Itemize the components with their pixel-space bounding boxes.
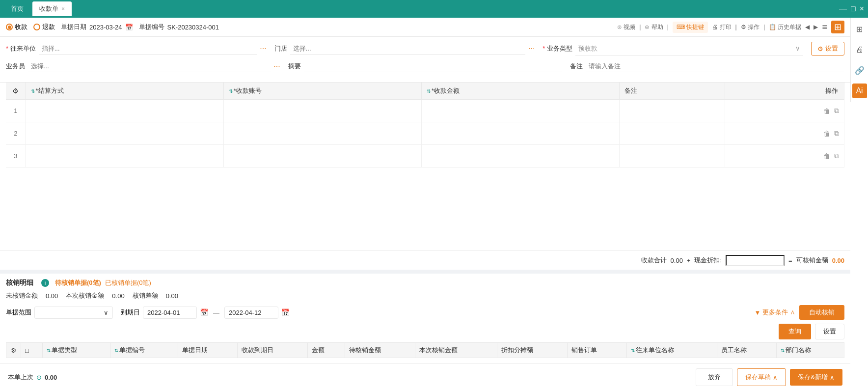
video-btn[interactable]: ⊙ 视频 <box>617 23 635 31</box>
bill-no-value[interactable]: SK-20230324-001 <box>167 24 219 31</box>
save-new-button[interactable]: 保存&新增 ∧ <box>790 369 842 386</box>
sum-label-1: 收款合计 <box>641 256 667 265</box>
rcol-discount: 折扣分摊额 <box>497 343 568 358</box>
radio-tuikuan-label: 退款 <box>42 23 55 31</box>
row-remark-1[interactable] <box>620 100 725 122</box>
sum-label-3: 可核销金额 <box>796 256 828 265</box>
delete-icon-2[interactable]: 🗑 <box>823 130 830 138</box>
bottom-right: 放弃 保存草稿 ∧ 保存&新增 ∧ <box>696 368 842 386</box>
tab-home[interactable]: 首页 <box>4 1 30 16</box>
bill-range-select[interactable]: ∨ <box>34 307 113 319</box>
reconcile-tabs: 待核销单据(0笔) 已核销单据(0笔) <box>55 279 151 287</box>
row-amount-3[interactable] <box>421 145 619 168</box>
bill-date-field: 单据日期 2023-03-24 📅 <box>61 23 133 31</box>
counterpart-input[interactable] <box>39 43 257 55</box>
chevron-down-icon: ∨ <box>795 45 800 52</box>
table-header-row: ⚙ ⇅*结算方式 ⇅*收款账号 ⇅*收款金额 备注 操作 <box>6 83 844 100</box>
rcol-check[interactable]: □ <box>21 343 43 358</box>
settings-button[interactable]: ⚙ 设置 <box>811 42 844 56</box>
side-camera-icon[interactable]: Ai <box>852 84 867 98</box>
query-btn[interactable]: 查询 <box>779 324 811 339</box>
tab-close-icon[interactable]: × <box>61 5 65 12</box>
row-settlement-3[interactable] <box>26 145 223 168</box>
auto-reconcile-btn[interactable]: 自动核销 <box>799 305 844 320</box>
side-table-icon[interactable]: ⊞ <box>852 22 867 36</box>
cash-discount-input[interactable] <box>726 255 785 266</box>
delete-icon-3[interactable]: 🗑 <box>823 152 830 160</box>
info-icon[interactable]: i <box>41 279 49 287</box>
reconcile-header: 核销明细 i 待核销单据(0笔) 已核销单据(0笔) <box>6 279 844 287</box>
store-more-btn[interactable]: ··· <box>528 44 535 53</box>
row-amount-1[interactable] <box>421 100 619 122</box>
staff-input[interactable] <box>28 60 271 72</box>
row-remark-3[interactable] <box>620 145 725 168</box>
tab-active-label: 收款单 <box>39 4 58 13</box>
window-minimize-btn[interactable]: — <box>839 4 847 13</box>
remarks-input[interactable] <box>586 60 844 72</box>
rcol-amount: 金额 <box>308 343 345 358</box>
bill-date-value[interactable]: 2023-03-24 <box>89 24 122 31</box>
counterpart-more-btn[interactable]: ··· <box>260 44 266 53</box>
form-row-2: 业务员 ··· 摘要 备注 <box>6 60 844 72</box>
last-bill-icon[interactable]: ⊙ <box>36 374 42 381</box>
row-amount-2[interactable] <box>421 122 619 145</box>
calendar-icon-to[interactable]: 📅 <box>281 308 290 316</box>
row-account-1[interactable] <box>223 100 421 122</box>
last-bill-amount: 0.00 <box>45 374 57 381</box>
radio-tuikuan[interactable]: 退款 <box>33 23 55 31</box>
bill-range-label: 单据范围 <box>6 308 31 317</box>
help-btn[interactable]: ⊙ 帮助 <box>645 23 663 31</box>
table-row: 3 🗑 ⧉ <box>6 145 844 168</box>
row-account-3[interactable] <box>223 145 421 168</box>
main-content: 收款 退款 单据日期 2023-03-24 📅 单据编号 SK-20230324… <box>0 18 868 391</box>
save-new-label: 保存&新增 <box>798 373 828 382</box>
row-account-2[interactable] <box>223 122 421 145</box>
reconcile-filter: 单据范围 ∨ 到期日 📅 — 📅 <box>6 305 844 320</box>
rcol-pending-amount: 待核销金额 <box>345 343 415 358</box>
window-close-btn[interactable]: × <box>860 4 864 13</box>
unreconciled-label: 未核销金额 <box>6 291 38 300</box>
side-print-icon[interactable]: 🖨 <box>852 42 867 57</box>
operation-btn[interactable]: ⚙ 操作 <box>741 23 760 31</box>
sum-val-1: 0.00 <box>671 257 683 264</box>
more-conditions-label: 更多条件 ∧ <box>762 308 795 317</box>
copy-icon-1[interactable]: ⧉ <box>834 107 839 115</box>
unreconciled-val: 0.00 <box>46 292 58 300</box>
counterpart-label: * 往来单位 <box>6 44 36 53</box>
sum-row: 收款合计 0.00 + 现金折扣: = 可核销金额 0.00 <box>0 251 850 270</box>
window-maximize-btn[interactable]: □ <box>851 4 856 13</box>
delete-icon-1[interactable]: 🗑 <box>823 107 830 115</box>
staff-more-btn[interactable]: ··· <box>273 62 280 71</box>
calendar-icon[interactable]: 📅 <box>125 24 133 31</box>
rcol-gear[interactable]: ⚙ <box>6 343 21 358</box>
row-settlement-1[interactable] <box>26 100 223 122</box>
more-conditions-btn[interactable]: ▼ 更多条件 ∧ <box>755 308 796 317</box>
sum-equals: = <box>788 257 792 264</box>
bill-no-label: 单据编号 <box>139 23 164 31</box>
save-draft-button[interactable]: 保存草稿 ∧ <box>737 368 786 386</box>
shortcut-btn[interactable]: ⌨ 快捷键 <box>673 22 708 33</box>
reconcile-settings-btn[interactable]: 设置 <box>815 324 844 339</box>
discard-button[interactable]: 放弃 <box>696 368 733 386</box>
row-settlement-2[interactable] <box>26 122 223 145</box>
history-btn[interactable]: 📋 历史单据 <box>769 23 801 31</box>
col-settings[interactable]: ⚙ <box>6 83 26 100</box>
side-attach-icon[interactable]: 🔗 <box>852 63 867 78</box>
row-remark-2[interactable] <box>620 122 725 145</box>
tab-pending[interactable]: 待核销单据(0笔) <box>55 279 101 287</box>
gear-icon: ⚙ <box>817 45 823 53</box>
radio-shoukuan[interactable]: 收款 <box>6 23 27 31</box>
copy-icon-2[interactable]: ⧉ <box>834 129 839 138</box>
store-input[interactable] <box>290 43 525 55</box>
summary-input[interactable] <box>304 60 563 72</box>
tab-done[interactable]: 已核销单据(0笔) <box>105 279 151 287</box>
due-date-from[interactable] <box>143 307 197 319</box>
radio-dot-inactive <box>33 24 40 30</box>
row-actions-3: 🗑 ⧉ <box>725 145 844 168</box>
print-btn[interactable]: 🖨 打印 <box>712 23 731 31</box>
calendar-icon-from[interactable]: 📅 <box>200 308 208 316</box>
biz-type-select[interactable]: 预收款 ∨ <box>575 42 803 56</box>
due-date-to[interactable] <box>224 307 278 319</box>
tab-active[interactable]: 收款单 × <box>32 1 72 16</box>
copy-icon-3[interactable]: ⧉ <box>834 152 839 160</box>
